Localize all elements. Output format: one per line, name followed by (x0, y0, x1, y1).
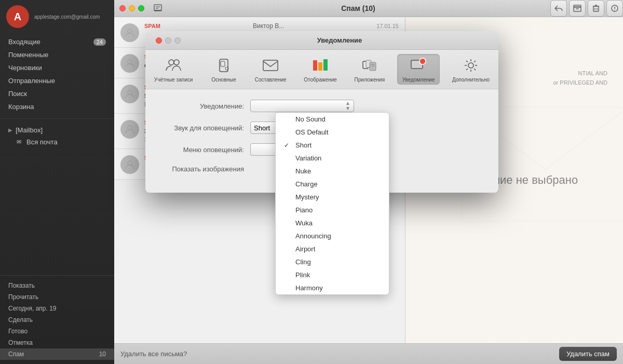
trash-icon (593, 5, 599, 12)
svg-point-15 (128, 29, 132, 33)
sidebar: A applestage.com@gmail.com Входящие 24 П… (0, 0, 114, 364)
svg-point-21 (169, 60, 174, 65)
junk-icon (611, 5, 618, 12)
flag-label: Отметка (8, 339, 33, 346)
archive-icon (573, 5, 581, 12)
spam-tag: SPAM (144, 23, 160, 29)
dropdown-item-label: Plink (295, 271, 310, 279)
compose-icon (153, 4, 162, 13)
svg-rect-7 (593, 6, 599, 11)
dropdown-item-harmony[interactable]: Harmony (276, 281, 389, 294)
sidebar-item-spam[interactable]: Спам 10 (0, 348, 114, 360)
dropdown-item-label: Piano (295, 206, 313, 214)
reply-button[interactable] (550, 0, 567, 17)
todo-label: Сделать (8, 316, 33, 323)
sidebar-item-today[interactable]: Сегодня, апр. 19 (0, 303, 114, 314)
sidebar-item-drafts[interactable]: Черновики (0, 61, 114, 74)
email-content: SPAM Виктор В... 17.01.15 (144, 22, 399, 31)
delete-button[interactable] (588, 0, 604, 17)
advanced-icon (462, 56, 480, 75)
prefs-tab-notifications[interactable]: Уведомление (397, 54, 440, 85)
search-label: Поиск (8, 90, 27, 98)
display-icon (311, 56, 330, 75)
read-label: Прочитать (8, 293, 38, 301)
prefs-toolbar: Учётные записи Основные Составление (145, 50, 498, 89)
junk-button[interactable] (606, 0, 623, 17)
email-avatar (120, 23, 139, 42)
notifications-icon (409, 56, 428, 75)
accounts-tab-label: Учётные записи (154, 77, 193, 83)
sent-label: Отправленные (8, 77, 55, 85)
sidebar-show-row: Показать (0, 280, 114, 291)
prefs-tab-advanced[interactable]: Дополнительно (447, 54, 495, 85)
prefs-traffic-lights (151, 33, 186, 48)
dropdown-item-short[interactable]: ✓ Short (276, 139, 389, 152)
dropdown-item-label: Airport (295, 245, 315, 253)
prefs-minimize-button[interactable] (165, 37, 171, 44)
sidebar-item-allmail[interactable]: ✉ Вся почта (0, 136, 114, 148)
dropdown-item-nuke[interactable]: Nuke (276, 165, 389, 178)
dropdown-item-announcing[interactable]: Announcing (276, 230, 389, 242)
prefs-close-button[interactable] (156, 37, 162, 44)
prefs-tab-general[interactable]: Основные (205, 54, 242, 85)
allmail-label: Вся почта (26, 138, 58, 146)
prefs-tab-display[interactable]: Отображение (299, 54, 342, 85)
dropdown-item-airport[interactable]: Airport (276, 242, 389, 255)
reply-icon (554, 5, 563, 12)
sidebar-item-flag[interactable]: Отметка (0, 337, 114, 348)
dropdown-item-piano[interactable]: Piano (276, 204, 389, 217)
checkmark-icon: ✓ (284, 142, 291, 149)
sidebar-item-read[interactable]: Прочитать (0, 291, 114, 303)
email-date: 17.01.15 (376, 23, 399, 29)
email-header: SPAM Виктор В... 17.01.15 (144, 22, 399, 30)
dropdown-item-no-sound[interactable]: No Sound (276, 113, 389, 126)
dropdown-item-label: No Sound (295, 115, 326, 123)
display-tab-label: Отображение (304, 77, 337, 83)
window-title: Спам (10) (166, 4, 550, 12)
sidebar-item-mailbox[interactable]: ▶ [Mailbox] (0, 124, 114, 136)
notification-select[interactable]: ▲▼ (250, 100, 354, 112)
archive-button[interactable] (569, 0, 586, 17)
email-avatar (120, 120, 139, 139)
close-button[interactable] (119, 5, 126, 11)
sidebar-item-sent[interactable]: Отправленные (0, 74, 114, 87)
svg-rect-24 (221, 61, 225, 66)
dropdown-item-mystery[interactable]: Mystery (276, 191, 389, 204)
dropdown-item-wuka[interactable]: Wuka (276, 217, 389, 230)
show-label: Показать (8, 282, 35, 289)
sidebar-account-area: A applestage.com@gmail.com (0, 0, 114, 33)
sidebar-item-inbox[interactable]: Входящие 24 (0, 35, 114, 48)
dropdown-item-label: OS Default (295, 128, 329, 136)
sidebar-item-todo[interactable]: Сделать (0, 314, 114, 326)
drafts-label: Черновики (8, 64, 42, 72)
compose-button[interactable] (150, 1, 166, 16)
dropdown-item-label: Short (295, 141, 312, 149)
sidebar-nav: Входящие 24 Помеченные Черновики Отправл… (0, 33, 114, 115)
dropdown-item-os-default[interactable]: OS Default (276, 126, 389, 139)
prefs-tab-accounts[interactable]: Учётные записи (149, 54, 198, 85)
compose-tab-label: Составление (255, 77, 287, 83)
dropdown-item-cling[interactable]: Cling (276, 255, 389, 268)
dropdown-item-variation[interactable]: Variation (276, 152, 389, 165)
minimize-button[interactable] (129, 5, 135, 11)
sidebar-item-search[interactable]: Поиск (0, 87, 114, 100)
svg-point-18 (128, 126, 132, 130)
sidebar-item-trash[interactable]: Корзина (0, 100, 114, 113)
prefs-tab-apps[interactable]: Приложения (349, 54, 390, 85)
apps-icon (360, 56, 379, 75)
maximize-button[interactable] (138, 5, 144, 11)
prefs-maximize-button[interactable] (174, 37, 181, 44)
dropdown-item-plink[interactable]: Plink (276, 268, 389, 281)
delete-spam-button[interactable]: Удалить спам (559, 347, 617, 361)
email-avatar (120, 155, 139, 174)
sound-select-value: Short (254, 124, 270, 132)
dropdown-item-label: Nuke (295, 167, 311, 175)
prefs-tab-compose[interactable]: Составление (250, 54, 292, 85)
svg-rect-26 (263, 60, 278, 71)
done-label: Готово (8, 328, 28, 335)
sidebar-bottom: Показать Прочитать Сегодня, апр. 19 Сдел… (0, 275, 114, 364)
sidebar-item-done[interactable]: Готово (0, 326, 114, 337)
sidebar-item-flagged[interactable]: Помеченные (0, 48, 114, 61)
dropdown-item-charge[interactable]: Charge (276, 178, 389, 191)
dropdown-item-label: Charge (295, 180, 318, 188)
